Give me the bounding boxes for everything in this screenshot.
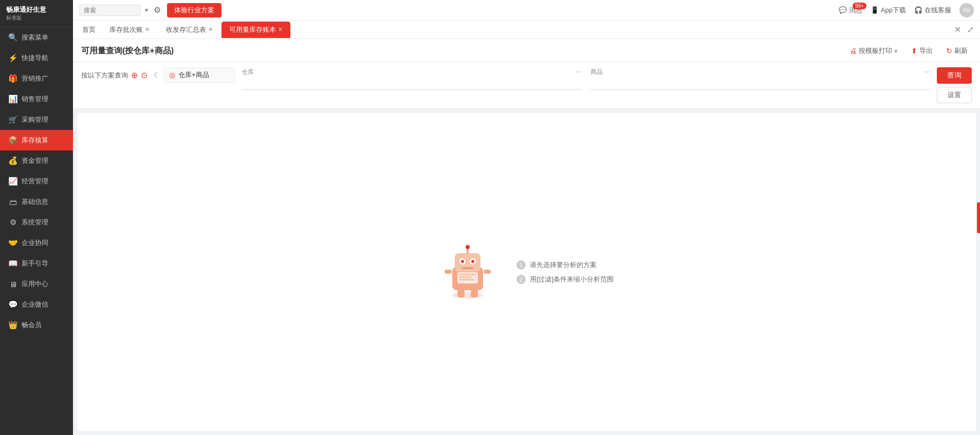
svg-point-5 bbox=[461, 260, 464, 263]
sidebar-label-8: 基础信息 bbox=[22, 197, 48, 206]
trial-button[interactable]: 体验行业方案 bbox=[167, 3, 221, 17]
refresh-btn[interactable]: ↻ 刷新 bbox=[942, 44, 972, 58]
tab-close-summary[interactable]: ✕ bbox=[208, 27, 213, 32]
sidebar-label-1: 快捷导航 bbox=[22, 53, 48, 63]
online-service-label: 在线客服 bbox=[924, 6, 951, 15]
sidebar-label-5: 库存核算 bbox=[22, 136, 48, 145]
sidebar-item-企业协同[interactable]: 🤝企业协同 bbox=[0, 233, 73, 253]
svg-point-0 bbox=[452, 292, 483, 298]
goods-field-label: 商品 ··· bbox=[590, 67, 931, 77]
export-label: 导出 bbox=[919, 46, 933, 55]
sidebar-item-系统管理[interactable]: ⚙系统管理 bbox=[0, 212, 73, 233]
settings-button[interactable]: 设置 bbox=[937, 87, 972, 103]
sidebar-item-经营管理[interactable]: 📈经营管理 bbox=[0, 171, 73, 192]
app-title: 畅康通好生意 bbox=[6, 5, 67, 14]
svg-rect-11 bbox=[484, 270, 491, 274]
svg-rect-8 bbox=[457, 289, 465, 297]
query-button[interactable]: 查询 bbox=[937, 67, 972, 84]
tab-close-inventory-batch[interactable]: ✕ bbox=[145, 27, 150, 32]
tab-home-label: 首页 bbox=[82, 26, 96, 33]
tabs-bar: 首页 库存批次账 ✕ 收发存汇总表 ✕ 可用量库存账本 ✕ ✕ ⤢ bbox=[73, 21, 980, 39]
sidebar-scroll: 🔍搜索菜单⚡快捷导航🎁营销推广📊销售管理🛒采购管理📦库存核算💰资金管理📈经营管理… bbox=[0, 27, 73, 435]
sidebar-item-库存核算[interactable]: 📦库存核算 bbox=[0, 130, 73, 150]
warehouse-field: 仓库 ··· bbox=[242, 67, 582, 90]
app-icon: 📱 bbox=[871, 6, 879, 14]
hint-text-2: 用[过滤]条件来缩小分析范围 bbox=[530, 275, 614, 284]
sidebar-icon-14: 👑 bbox=[8, 320, 17, 330]
sidebar-item-快捷导航[interactable]: ⚡快捷导航 bbox=[0, 48, 73, 68]
message-badge: 99+ bbox=[853, 3, 866, 9]
add-filter-icon[interactable]: ⊕ bbox=[131, 70, 138, 80]
online-service-item[interactable]: 🎧 在线客服 bbox=[914, 6, 951, 15]
tab-home[interactable]: 首页 bbox=[77, 22, 101, 37]
sidebar-item-企业微信[interactable]: 💬企业微信 bbox=[0, 294, 73, 315]
sidebar-icon-2: 🎁 bbox=[8, 74, 17, 83]
empty-visual: 1 请先选择要分析的方案 2 用[过滤]条件来缩小分析范围 bbox=[439, 244, 614, 300]
filter-fields: 仓库 ··· 商品 ··· bbox=[242, 67, 931, 90]
export-btn[interactable]: ⬆ 导出 bbox=[907, 44, 937, 58]
empty-area: 1 请先选择要分析的方案 2 用[过滤]条件来缩小分析范围 bbox=[77, 113, 976, 431]
collapse-icon[interactable]: 《 bbox=[151, 71, 157, 80]
hint-text-1: 请先选择要分析的方案 bbox=[530, 260, 597, 270]
sidebar-label-13: 企业微信 bbox=[22, 300, 48, 309]
tab-available-qty[interactable]: 可用量库存账本 ✕ bbox=[221, 22, 290, 38]
sidebar-label-12: 应用中心 bbox=[22, 279, 48, 289]
sidebar-item-销售管理[interactable]: 📊销售管理 bbox=[0, 89, 73, 109]
warehouse-more-icon[interactable]: ··· bbox=[575, 67, 582, 77]
sidebar-label-7: 经营管理 bbox=[22, 177, 48, 186]
gear-icon[interactable]: ⚙ bbox=[154, 5, 161, 15]
goods-input[interactable] bbox=[590, 78, 931, 90]
sidebar-label-4: 采购管理 bbox=[22, 115, 48, 124]
sidebar-item-资金管理[interactable]: 💰资金管理 bbox=[0, 150, 73, 171]
filter-area: 按以下方案查询 ⊕ ⊙ 《 ◎ 仓库+商品 仓库 ··· bbox=[73, 62, 980, 109]
message-item[interactable]: 💬 消息 99+ bbox=[839, 6, 862, 15]
filter-label: 按以下方案查询 ⊕ ⊙ 《 bbox=[81, 67, 157, 80]
sidebar-logo: 畅康通好生意 标准版 bbox=[0, 0, 73, 27]
sidebar-icon-12: 🖥 bbox=[8, 280, 17, 289]
tab-inventory-batch[interactable]: 库存批次账 ✕ bbox=[102, 22, 157, 38]
tab-close-available-qty[interactable]: ✕ bbox=[278, 27, 283, 32]
goods-more-icon[interactable]: ··· bbox=[924, 67, 931, 77]
warehouse-input[interactable] bbox=[242, 78, 582, 90]
sidebar-label-3: 销售管理 bbox=[22, 94, 48, 104]
sidebar-item-新手引导[interactable]: 📖新手引导 bbox=[0, 253, 73, 274]
user-avatar[interactable]: Rit bbox=[959, 3, 974, 17]
svg-point-6 bbox=[471, 260, 474, 263]
search-input[interactable] bbox=[79, 5, 141, 16]
sidebar-icon-6: 💰 bbox=[8, 156, 17, 165]
sidebar-icon-7: 📈 bbox=[8, 177, 17, 186]
sidebar-item-搜索菜单[interactable]: 🔍搜索菜单 bbox=[0, 27, 73, 48]
sidebar-item-畅会员[interactable]: 👑畅会员 bbox=[0, 315, 73, 335]
page-title: 可用量查询(按仓库+商品) bbox=[81, 46, 174, 56]
avatar-text: Rit bbox=[963, 7, 970, 13]
sidebar-item-应用中心[interactable]: 🖥应用中心 bbox=[0, 274, 73, 294]
sidebar-icon-1: ⚡ bbox=[8, 53, 17, 63]
scheme-warehouse-goods[interactable]: ◎ 仓库+商品 bbox=[163, 67, 235, 83]
expand-icon[interactable]: ⤢ bbox=[965, 23, 976, 36]
action-buttons: 查询 设置 bbox=[937, 67, 972, 103]
print-btn[interactable]: 🖨 按模板打印 ▾ bbox=[845, 44, 902, 58]
sidebar-icon-10: 🤝 bbox=[8, 238, 17, 248]
close-all-tabs-icon[interactable]: ✕ bbox=[952, 23, 963, 36]
goods-label-text: 商品 bbox=[590, 68, 603, 77]
sidebar-icon-8: 🗃 bbox=[8, 198, 17, 206]
export-icon: ⬆ bbox=[911, 47, 917, 55]
sidebar-item-采购管理[interactable]: 🛒采购管理 bbox=[0, 109, 73, 130]
sidebar-icon-0: 🔍 bbox=[8, 33, 17, 42]
svg-rect-7 bbox=[462, 267, 473, 269]
app-download-item[interactable]: 📱 App下载 bbox=[871, 6, 906, 15]
print-dropdown-icon[interactable]: ▾ bbox=[894, 47, 898, 55]
sidebar-label-6: 资金管理 bbox=[22, 156, 48, 165]
goods-field: 商品 ··· bbox=[590, 67, 931, 90]
svg-rect-17 bbox=[459, 279, 474, 280]
scheme-icon: ◎ bbox=[169, 71, 175, 79]
sidebar-item-营销推广[interactable]: 🎁营销推广 bbox=[0, 68, 73, 89]
tab-summary[interactable]: 收发存汇总表 ✕ bbox=[158, 22, 220, 38]
headset-icon: 🎧 bbox=[914, 6, 922, 14]
filter-settings-icon[interactable]: ⊙ bbox=[141, 70, 147, 80]
dropdown-icon[interactable]: ▾ bbox=[145, 6, 149, 14]
page-header-actions: 🖨 按模板打印 ▾ ⬆ 导出 ↻ 刷新 bbox=[845, 44, 972, 58]
svg-point-13 bbox=[466, 245, 470, 249]
sidebar: 畅康通好生意 标准版 🔍搜索菜单⚡快捷导航🎁营销推广📊销售管理🛒采购管理📦库存核… bbox=[0, 0, 73, 435]
sidebar-item-基础信息[interactable]: 🗃基础信息 bbox=[0, 192, 73, 212]
